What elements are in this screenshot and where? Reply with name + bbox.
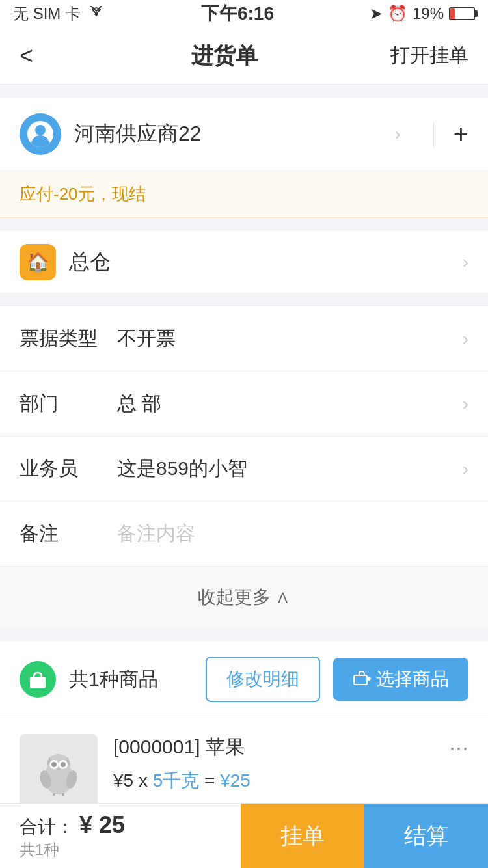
- bottom-bar: 合计： ¥ 25 共1种 挂单 结算: [0, 803, 488, 868]
- salesperson-value: 这是859的小智: [111, 455, 463, 482]
- location-icon: ➤: [370, 5, 383, 23]
- select-product-label: 选择商品: [376, 667, 449, 692]
- product-code: [0000001]: [113, 736, 200, 757]
- divider: [433, 121, 434, 147]
- product-info: [0000001] 苹果 ¥5 x 5千克 = ¥25: [113, 734, 449, 793]
- warehouse-icon-bg: 🏠: [20, 244, 56, 280]
- supplier-section: 河南供应商22 › + 应付-20元，现结: [0, 98, 488, 218]
- house-icon: 🏠: [27, 251, 49, 273]
- total-price: ¥25: [220, 770, 251, 791]
- department-label: 部门: [20, 390, 111, 417]
- owl-icon: [33, 750, 85, 796]
- supplier-chevron-icon: ›: [394, 124, 400, 144]
- salesperson-row[interactable]: 业务员 这是859的小智 ›: [0, 437, 488, 502]
- product-icon-bg: [20, 661, 56, 698]
- select-product-button[interactable]: 选择商品: [333, 658, 468, 701]
- total-amount: ¥ 25: [79, 811, 125, 839]
- product-more-button[interactable]: ···: [449, 734, 468, 761]
- section-gap-4: [0, 628, 488, 641]
- svg-rect-1: [354, 675, 367, 685]
- department-chevron-icon: ›: [463, 394, 468, 414]
- remark-row[interactable]: 备注 备注内容: [0, 502, 488, 567]
- svg-point-11: [61, 762, 66, 767]
- cart-icon: [353, 671, 371, 687]
- remark-label: 备注: [20, 521, 111, 547]
- ticket-chevron-icon: ›: [463, 329, 468, 349]
- section-gap-2: [0, 218, 488, 231]
- department-value: 总 部: [111, 390, 463, 417]
- total-count: 共1种: [20, 839, 221, 860]
- multiply-sign: x: [139, 770, 153, 791]
- pending-button[interactable]: 挂单: [241, 804, 364, 868]
- product-header: 共1种商品 修改明细 选择商品: [0, 641, 488, 718]
- warehouse-chevron-icon: ›: [463, 252, 468, 273]
- equals-sign: =: [204, 770, 220, 791]
- back-button[interactable]: <: [20, 42, 59, 70]
- quantity: 5千克: [153, 770, 200, 791]
- page-title: 进货单: [191, 41, 258, 71]
- nav-bar: < 进货单 打开挂单: [0, 27, 488, 85]
- total-row: 合计： ¥ 25: [20, 811, 221, 839]
- battery-percent: 19%: [413, 5, 444, 23]
- alert-text: 应付-20元，现结: [20, 184, 146, 204]
- total-section: 合计： ¥ 25 共1种: [0, 804, 241, 868]
- total-label: 合计：: [20, 815, 74, 839]
- unit-price: ¥5: [113, 770, 133, 791]
- edit-detail-button[interactable]: 修改明细: [206, 657, 320, 702]
- add-button[interactable]: +: [454, 120, 468, 149]
- warehouse-row[interactable]: 🏠 总仓 ›: [0, 231, 488, 293]
- ticket-type-row[interactable]: 票据类型 不开票 ›: [0, 306, 488, 372]
- checkout-button[interactable]: 结算: [364, 804, 488, 868]
- status-bar: 无 SIM 卡 下午6:16 ➤ ⏰ 19%: [0, 0, 488, 27]
- alert-banner: 应付-20元，现结: [0, 171, 488, 218]
- battery-icon: [449, 7, 475, 20]
- product-name: [0000001] 苹果: [113, 734, 449, 761]
- status-bar-time: 下午6:16: [201, 1, 274, 26]
- supplier-avatar: [20, 113, 61, 155]
- collapse-row[interactable]: 收起更多 ∧: [0, 567, 488, 628]
- svg-rect-0: [30, 677, 46, 688]
- ticket-label: 票据类型: [20, 325, 111, 352]
- product-title: 苹果: [206, 736, 245, 757]
- alarm-icon: ⏰: [388, 5, 407, 23]
- section-gap-1: [0, 85, 488, 98]
- collapse-label: 收起更多 ∧: [198, 587, 291, 607]
- product-thumbnail: [20, 734, 98, 812]
- department-row[interactable]: 部门 总 部 ›: [0, 372, 488, 437]
- warehouse-section: 🏠 总仓 ›: [0, 231, 488, 293]
- form-section: 票据类型 不开票 › 部门 总 部 › 业务员 这是859的小智 › 备注 备注…: [0, 306, 488, 567]
- wifi-icon: [87, 5, 105, 23]
- avatar-icon: [27, 121, 53, 147]
- bag-icon: [27, 670, 48, 688]
- warehouse-name: 总仓: [69, 248, 463, 277]
- supplier-row[interactable]: 河南供应商22 › +: [0, 98, 488, 171]
- svg-point-10: [51, 762, 57, 767]
- supplier-name: 河南供应商22: [74, 120, 394, 148]
- salesperson-chevron-icon: ›: [463, 459, 468, 480]
- salesperson-label: 业务员: [20, 455, 111, 482]
- remark-placeholder: 备注内容: [111, 521, 468, 547]
- status-bar-left: 无 SIM 卡: [13, 3, 105, 24]
- carrier-text: 无 SIM 卡: [13, 3, 81, 24]
- product-count: 共1种商品: [69, 666, 206, 693]
- product-price: ¥5 x 5千克 = ¥25: [113, 768, 449, 793]
- section-gap-3: [0, 293, 488, 306]
- ticket-value: 不开票: [111, 325, 463, 352]
- status-bar-right: ➤ ⏰ 19%: [370, 5, 475, 23]
- open-pending-button[interactable]: 打开挂单: [390, 42, 468, 69]
